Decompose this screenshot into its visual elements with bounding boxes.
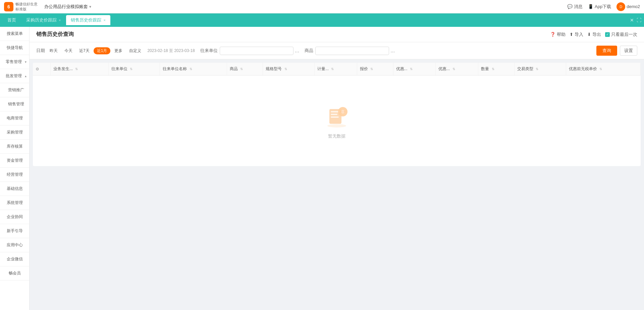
sort-icon: ⇅ (240, 67, 243, 71)
user-menu[interactable]: D demo2 (616, 2, 640, 11)
filter-row: 日期 昨天 今天 近7天 近1月 更多 自定义 2023-02-18 至 202… (30, 42, 644, 59)
sidebar-item-ecommerce-mgmt[interactable]: 电商管理 (0, 111, 29, 125)
column-discount1[interactable]: 优惠... ⇅ (393, 63, 436, 75)
date-btn-7days[interactable]: 近7天 (76, 47, 92, 54)
column-quote[interactable]: 报价 ⇅ (357, 63, 393, 75)
date-btn-yesterday[interactable]: 昨天 (47, 47, 60, 54)
column-partner-code[interactable]: 往来单位 ⇅ (108, 63, 160, 75)
date-buttons: 昨天 今天 近7天 近1月 更多 自定义 (47, 47, 144, 54)
sort-icon: ⇅ (599, 67, 602, 71)
sidebar-item-system-mgmt[interactable]: 系统管理 (0, 196, 29, 210)
data-table: ⚙ 业务发生... ⇅ 往来单位 ⇅ 往来单位名称 ⇅ (33, 63, 641, 166)
sidebar-item-sales-mgmt[interactable]: 销售管理 (0, 97, 29, 111)
partner-filter-label: 往来单位 (200, 48, 218, 54)
checkbox-checked-icon: ✓ (605, 32, 610, 37)
column-unit[interactable]: 计量... ⇅ (315, 63, 357, 75)
app-title-area[interactable]: 办公用品行业模拟账套 ▾ (44, 4, 91, 10)
sidebar-item-quick-nav[interactable]: 快捷导航 (0, 41, 29, 55)
tab-sales-history-label: 销售历史价跟踪 (71, 17, 101, 23)
app-title: 办公用品行业模拟账套 (44, 4, 88, 10)
sidebar-item-new-user-guide[interactable]: 新手引导 (0, 224, 29, 238)
goods-input[interactable] (315, 47, 389, 55)
sidebar-item-member[interactable]: 畅会员 (0, 266, 29, 280)
page-title: 销售历史价查询 (36, 31, 74, 38)
gear-icon[interactable]: ⚙ (36, 67, 39, 71)
column-qty[interactable]: 数量 ⇅ (478, 63, 515, 75)
partner-input-group: ... (220, 47, 299, 55)
only-last-checkbox[interactable]: ✓ 只看最后一次 (605, 32, 637, 38)
sidebar-item-retail-mgmt[interactable]: 零售管理 ▾ (0, 55, 29, 69)
sidebar-item-marketing[interactable]: 营销推广 (0, 83, 29, 97)
page-header: 销售历史价查询 ❓ 帮助 ⬆ 导入 ⬇ 导出 ✓ (30, 27, 644, 42)
svg-point-6 (341, 110, 344, 113)
tab-purchase-history-close-icon[interactable]: × (59, 18, 61, 22)
maximize-button[interactable]: ⛶ (637, 17, 641, 23)
settings-button[interactable]: 设置 (620, 46, 637, 56)
sort-icon: ⇅ (75, 67, 78, 71)
sidebar-item-app-center[interactable]: 应用中心 (0, 238, 29, 252)
app-title-dropdown-icon[interactable]: ▾ (89, 4, 91, 9)
sidebar-item-enterprise-wechat[interactable]: 企业微信 (0, 252, 29, 266)
main-layout: 搜索菜单 快捷导航 零售管理 ▾ 批发管理 ▴ 营销推广 销售管理 电商管理 采… (0, 27, 644, 310)
tab-purchase-history[interactable]: 采购历史价跟踪 × (21, 15, 65, 25)
sort-icon: ⇅ (370, 67, 373, 71)
goods-input-group: ... (315, 47, 395, 55)
sort-icon: ⇅ (492, 67, 494, 71)
partner-lookup-icon[interactable]: ... (295, 48, 299, 54)
close-tab-button[interactable]: ✕ (630, 17, 634, 23)
import-button[interactable]: ⬆ 导入 (570, 32, 583, 38)
sort-icon: ⇅ (284, 67, 287, 71)
sidebar-item-purchase-mgmt[interactable]: 采购管理 (0, 125, 29, 140)
message-button[interactable]: 💬 消息 (567, 4, 583, 10)
column-partner-name[interactable]: 往来单位名称 ⇅ (160, 63, 227, 75)
date-btn-today[interactable]: 今天 (62, 47, 75, 54)
sidebar-item-enterprise-collab[interactable]: 企业协同 (0, 210, 29, 224)
app-download-button[interactable]: 📱 App下载 (588, 4, 611, 10)
date-btn-1month[interactable]: 近1月 (94, 47, 111, 54)
svg-rect-4 (331, 116, 339, 118)
empty-row: 暂无数据 (33, 75, 641, 166)
export-icon: ⬇ (587, 32, 591, 37)
message-icon: 💬 (567, 4, 573, 9)
svg-rect-3 (331, 114, 337, 115)
sidebar: 搜索菜单 快捷导航 零售管理 ▾ 批发管理 ▴ 营销推广 销售管理 电商管理 采… (0, 27, 30, 310)
goods-filter-label: 商品 (305, 48, 313, 54)
tab-home-label: 首页 (7, 17, 16, 23)
sidebar-item-search-menu[interactable]: 搜索菜单 (0, 27, 29, 41)
date-btn-more[interactable]: 更多 (112, 47, 125, 54)
export-button[interactable]: ⬇ 导出 (587, 32, 601, 38)
column-goods[interactable]: 商品 ⇅ (227, 63, 263, 75)
query-button[interactable]: 查询 (596, 46, 617, 56)
topbar-right: 💬 消息 📱 App下载 D demo2 (567, 2, 640, 11)
tab-sales-history[interactable]: 销售历史价跟踪 × (66, 15, 110, 25)
sort-icon: ⇅ (331, 67, 334, 71)
date-filter-group: 日期 昨天 今天 近7天 近1月 更多 自定义 2023-02-18 至 202… (36, 47, 195, 54)
column-discount2[interactable]: 优惠... ⇅ (436, 63, 478, 75)
column-pretax-price[interactable]: 优惠前无税单价 ⇅ (566, 63, 641, 75)
filter-actions: 查询 设置 (596, 46, 637, 56)
column-trade-type[interactable]: 交易类型 ⇅ (514, 63, 566, 75)
table-body: 暂无数据 (33, 75, 641, 166)
sidebar-item-wholesale-mgmt[interactable]: 批发管理 ▴ (0, 69, 29, 83)
column-biz-date[interactable]: 业务发生... ⇅ (51, 63, 109, 75)
column-gear[interactable]: ⚙ (33, 63, 51, 75)
tab-sales-history-close-icon[interactable]: × (103, 18, 105, 22)
sidebar-item-operations-mgmt[interactable]: 经营管理 (0, 168, 29, 182)
sort-icon: ⇅ (130, 67, 132, 71)
column-spec[interactable]: 规格型号 ⇅ (263, 63, 315, 75)
tabbar: 首页 采购历史价跟踪 × 销售历史价跟踪 × ✕ ⛶ (0, 13, 644, 27)
date-btn-custom[interactable]: 自定义 (126, 47, 144, 54)
tab-home[interactable]: 首页 (3, 15, 21, 25)
sidebar-item-finance-mgmt[interactable]: 资金管理 (0, 154, 29, 168)
sidebar-item-inventory[interactable]: 库存核算 (0, 140, 29, 154)
help-button[interactable]: ❓ 帮助 (550, 32, 566, 38)
empty-illustration (323, 102, 350, 129)
partner-input[interactable] (220, 47, 293, 55)
sidebar-item-base-info[interactable]: 基础信息 (0, 182, 29, 196)
empty-state: 暂无数据 (33, 75, 641, 166)
sort-icon: ⇅ (452, 67, 455, 71)
goods-lookup-icon[interactable]: ... (390, 48, 395, 54)
table-header-row: ⚙ 业务发生... ⇅ 往来单位 ⇅ 往来单位名称 ⇅ (33, 63, 641, 75)
sort-icon: ⇅ (410, 67, 413, 71)
sort-icon: ⇅ (536, 67, 538, 71)
